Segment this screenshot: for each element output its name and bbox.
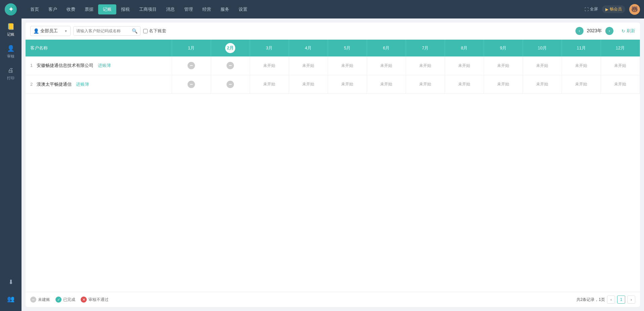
row1-m8: 未开始 [445, 56, 484, 75]
nav-tax[interactable]: 报税 [116, 4, 134, 14]
nav-bookkeeping[interactable]: 记账 [98, 4, 116, 14]
vip-label: 畅会员 [610, 6, 622, 12]
employee-filter[interactable]: 👤 全部员工 ▼ [30, 26, 71, 36]
sidebar-label-print: 打印 [7, 76, 14, 81]
status-not-started: 未开始 [263, 63, 275, 68]
row1-m12: 未开始 [601, 56, 640, 75]
row2-customer: 2 漠澳太平畅捷通信 进账簿 [26, 75, 172, 93]
legend-not-created: − 未建账 [30, 297, 50, 303]
row1-m9: 未开始 [484, 56, 523, 75]
sidebar-item-bookkeeping[interactable]: 📒 记账 [0, 18, 22, 40]
row1-m10: 未开始 [523, 56, 562, 75]
nav-business[interactable]: 工商项目 [134, 4, 161, 14]
nav-invoice[interactable]: 票据 [80, 4, 98, 14]
sidebar-item-print[interactable]: 🖨 打印 [0, 62, 22, 84]
col-month-6: 6月 [367, 40, 406, 56]
avatar[interactable]: 🐻 [629, 4, 640, 15]
filter-select-text: 全部员工 [40, 28, 63, 34]
legend-rejected: ✕ 审核不通过 [81, 297, 109, 303]
row2-m10: 未开始 [523, 75, 562, 93]
logo-icon: ✦ [5, 3, 17, 15]
next-page-button[interactable]: › [627, 296, 635, 304]
row1-m2[interactable]: − [211, 56, 250, 75]
row1-m11: 未开始 [562, 56, 601, 75]
row1-m6: 未开始 [367, 56, 406, 75]
total-records-text: 共2条记录，1页 [576, 297, 605, 303]
status-dash-icon: − [227, 62, 234, 69]
row1-m5: 未开始 [328, 56, 367, 75]
col-month-7: 7月 [406, 40, 445, 56]
col-month-10: 10月 [523, 40, 562, 56]
next-year-button[interactable]: › [605, 27, 613, 35]
bookkeeping-table: 客户名称 1月 2月 3月 4月 5月 6月 7月 8月 9月 10月 11月 [26, 40, 640, 94]
year-nav: ‹ 2023年 › [575, 27, 613, 35]
row1-m1[interactable]: − [172, 56, 211, 75]
year-display: 2023年 [587, 28, 602, 34]
row2-m1[interactable]: − [172, 75, 211, 93]
sidebar-item-audit[interactable]: 👤 审核 [0, 40, 22, 62]
nav-settings[interactable]: 设置 [234, 4, 252, 14]
sidebar-label-bookkeeping: 记账 [7, 32, 14, 37]
refresh-button[interactable]: ↻ 刷新 [621, 28, 635, 34]
refresh-icon: ↻ [621, 29, 625, 34]
nav-home[interactable]: 首页 [26, 4, 44, 14]
fullscreen-icon: ⛶ [585, 7, 589, 12]
nav-collection[interactable]: 收费 [62, 4, 80, 14]
row2-m8: 未开始 [445, 75, 484, 93]
topnav-right: ⛶ 全屏 ▶ 畅会员 🐻 [585, 4, 640, 15]
col-month-8: 8月 [445, 40, 484, 56]
row2-company-name: 漠澳太平畅捷通信 [37, 82, 72, 87]
row2-num: 2 [30, 82, 33, 87]
sidebar-item-support[interactable]: 👥 [0, 291, 22, 308]
nav-message[interactable]: 消息 [161, 4, 179, 14]
col-month-1: 1月 [172, 40, 211, 56]
my-accounts-label: 名下账套 [149, 28, 166, 34]
current-page[interactable]: 1 [617, 296, 625, 304]
fullscreen-label: 全屏 [590, 6, 598, 12]
row1-enter-link[interactable]: 进账簿 [98, 63, 111, 68]
sidebar-item-download[interactable]: ⬇ [0, 274, 22, 291]
audit-icon: 👤 [6, 44, 15, 53]
table-row: 1 安徽畅捷通信息技术有限公司 进账簿 − − 未开始 未开始 未开始 未开始 … [26, 56, 640, 75]
toolbar: 👤 全部员工 ▼ 🔍 名下账套 ‹ 2023年 › [26, 23, 640, 40]
row1-customer: 1 安徽畅捷通信息技术有限公司 进账簿 [26, 56, 172, 75]
legend-x-icon: ✕ [81, 297, 87, 303]
row1-m4: 未开始 [289, 56, 328, 75]
row1-m3: 未开始 [250, 56, 289, 75]
nav-manage[interactable]: 管理 [179, 4, 198, 14]
sidebar-bottom: ⬇ 👥 [0, 274, 22, 311]
row2-m4: 未开始 [289, 75, 328, 93]
vip-icon: ▶ [605, 7, 608, 12]
vip-button[interactable]: ▶ 畅会员 [602, 5, 625, 13]
app-logo: ✦ [0, 0, 22, 18]
row1-m7: 未开始 [406, 56, 445, 75]
nav-service[interactable]: 服务 [216, 4, 234, 14]
nav-customer[interactable]: 客户 [44, 4, 62, 14]
status-dash-icon: − [227, 81, 234, 88]
fullscreen-button[interactable]: ⛶ 全屏 [585, 6, 598, 12]
my-accounts-filter[interactable]: 名下账套 [143, 28, 166, 34]
my-accounts-checkbox[interactable] [143, 29, 148, 33]
legend-completed: ✓ 已完成 [55, 297, 75, 303]
row2-m2[interactable]: − [211, 75, 250, 93]
col-month-3: 3月 [250, 40, 289, 56]
bookkeeping-icon: 📒 [6, 22, 15, 31]
prev-page-button[interactable]: ‹ [607, 296, 615, 304]
row1-company-name: 安徽畅捷通信息技术有限公司 [37, 63, 93, 68]
row2-enter-link[interactable]: 进账簿 [76, 82, 89, 87]
search-input[interactable] [76, 29, 130, 33]
chevron-down-icon: ▼ [64, 29, 68, 33]
col-month-5: 5月 [328, 40, 367, 56]
row2-m5: 未开始 [328, 75, 367, 93]
content-card: 👤 全部员工 ▼ 🔍 名下账套 ‹ 2023年 › [26, 23, 640, 307]
download-icon: ⬇ [6, 277, 15, 287]
refresh-label: 刷新 [627, 28, 635, 34]
print-icon: 🖨 [6, 66, 15, 75]
sidebar-label-audit: 审核 [7, 54, 14, 59]
row2-m11: 未开始 [562, 75, 601, 93]
search-button[interactable]: 🔍 [132, 28, 137, 34]
col-month-12: 12月 [601, 40, 640, 56]
prev-year-button[interactable]: ‹ [575, 27, 583, 35]
row2-m3: 未开始 [250, 75, 289, 93]
nav-operation[interactable]: 经营 [198, 4, 216, 14]
